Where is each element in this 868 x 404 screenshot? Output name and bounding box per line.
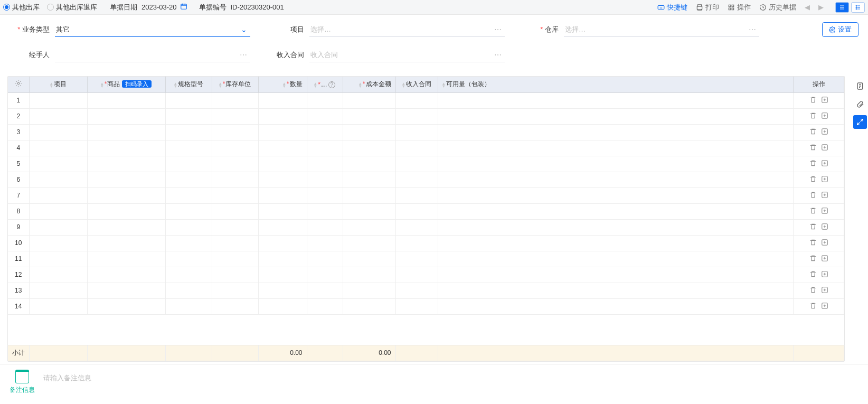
delete-row-icon[interactable]	[809, 114, 817, 121]
delete-row-icon[interactable]	[809, 98, 817, 105]
add-row-icon[interactable]	[821, 193, 828, 200]
notepad-icon	[15, 370, 29, 383]
row-index: 14	[8, 298, 29, 314]
income-contract-field-wrap: 收入合同 ⋯	[264, 48, 505, 62]
row-actions	[794, 235, 844, 251]
view-detail-button[interactable]	[851, 2, 865, 13]
prev-doc-arrow-icon[interactable]: ◀	[805, 3, 810, 11]
add-row-icon[interactable]	[821, 98, 828, 105]
th-qty[interactable]: 数量	[258, 77, 307, 92]
delete-row-icon[interactable]	[809, 177, 817, 184]
add-row-icon[interactable]	[821, 224, 828, 232]
add-row-icon[interactable]	[821, 129, 828, 137]
top-actions: 快捷键 打印 操作 历史单据 ◀ ▶	[657, 2, 865, 13]
next-doc-arrow-icon[interactable]: ▶	[818, 3, 824, 11]
table-row[interactable]: 13	[8, 283, 844, 298]
th-cost[interactable]: 成本金额	[343, 77, 395, 92]
biz-type-input[interactable]	[55, 22, 250, 37]
scan-code-button[interactable]: 扫码录入	[122, 80, 152, 88]
ellipsis-icon[interactable]: ⋯	[494, 25, 502, 34]
table-row[interactable]: 14	[8, 298, 844, 314]
grid-icon	[728, 4, 735, 11]
ellipsis-icon[interactable]: ⋯	[749, 25, 756, 34]
th-spec[interactable]: 规格型号	[165, 77, 212, 92]
delete-row-icon[interactable]	[809, 145, 817, 153]
table-scroll[interactable]: 项目 商品扫码录入 规格型号 库存单位 数量 …? 成本金额 收入合同 可用量（…	[7, 76, 845, 345]
settings-label: 设置	[838, 25, 852, 34]
th-avail[interactable]: 可用量（包装）	[438, 77, 794, 92]
view-toggle	[835, 2, 865, 13]
delete-row-icon[interactable]	[809, 209, 817, 216]
delete-row-icon[interactable]	[809, 161, 817, 168]
project-input[interactable]	[309, 22, 505, 37]
print-action[interactable]: 打印	[696, 3, 719, 12]
table-row[interactable]: 3	[8, 124, 844, 140]
delete-row-icon[interactable]	[809, 288, 817, 295]
delete-row-icon[interactable]	[809, 256, 817, 264]
add-row-icon[interactable]	[821, 304, 828, 311]
history-action[interactable]: 历史单据	[759, 3, 796, 12]
table-row[interactable]: 4	[8, 140, 844, 156]
th-gear[interactable]	[8, 77, 29, 92]
delete-row-icon[interactable]	[809, 129, 817, 137]
rail-expand-icon[interactable]	[853, 115, 867, 129]
add-row-icon[interactable]	[821, 177, 828, 184]
add-row-icon[interactable]	[821, 114, 828, 121]
table-row[interactable]: 1	[8, 92, 844, 108]
calendar-icon[interactable]	[180, 3, 187, 12]
right-rail	[852, 76, 868, 364]
add-row-icon[interactable]	[821, 161, 828, 168]
rail-attach-icon[interactable]	[853, 97, 867, 111]
table-row[interactable]: 11	[8, 251, 844, 267]
help-icon[interactable]: ?	[328, 81, 335, 88]
table-row[interactable]: 9	[8, 219, 844, 235]
remark-input[interactable]	[43, 370, 858, 386]
table-head: 项目 商品扫码录入 规格型号 库存单位 数量 …? 成本金额 收入合同 可用量（…	[8, 77, 844, 92]
row-actions	[794, 108, 844, 124]
add-row-icon[interactable]	[821, 288, 828, 295]
income-contract-input[interactable]	[309, 48, 505, 62]
add-row-icon[interactable]	[821, 145, 828, 153]
delete-row-icon[interactable]	[809, 240, 817, 248]
operate-action[interactable]: 操作	[728, 3, 751, 12]
radio-other-outbound-return[interactable]: 其他出库退库	[47, 3, 97, 12]
delete-row-icon[interactable]	[809, 224, 817, 232]
gear-icon	[829, 26, 836, 33]
svg-rect-3	[732, 5, 734, 7]
chevron-down-icon[interactable]: ⌄	[241, 25, 247, 34]
settings-button[interactable]: 设置	[822, 22, 858, 37]
operator-input[interactable]	[55, 48, 250, 62]
th-income[interactable]: 收入合同	[395, 77, 438, 92]
table-row[interactable]: 5	[8, 156, 844, 172]
th-unit[interactable]: 库存单位	[212, 77, 258, 92]
radio-other-outbound[interactable]: 其他出库	[3, 3, 40, 12]
add-row-icon[interactable]	[821, 256, 828, 264]
delete-row-icon[interactable]	[809, 304, 817, 311]
th-project[interactable]: 项目	[29, 77, 87, 92]
row-index: 8	[8, 203, 29, 219]
table-row[interactable]: 10	[8, 235, 844, 251]
ellipsis-icon[interactable]: ⋯	[240, 51, 247, 59]
doc-date-value[interactable]: 2023-03-20	[141, 3, 177, 11]
row-index: 10	[8, 235, 29, 251]
table-row[interactable]: 12	[8, 267, 844, 283]
svg-point-10	[17, 83, 20, 85]
operator-label: 经手人	[10, 50, 50, 60]
table-row[interactable]: 8	[8, 203, 844, 219]
warehouse-input[interactable]	[564, 22, 759, 37]
ellipsis-icon[interactable]: ⋯	[494, 51, 502, 59]
table-row[interactable]: 2	[8, 108, 844, 124]
add-row-icon[interactable]	[821, 272, 828, 279]
view-list-button[interactable]	[835, 2, 849, 13]
add-row-icon[interactable]	[821, 240, 828, 248]
th-ellipsis[interactable]: …?	[307, 77, 343, 92]
delete-row-icon[interactable]	[809, 193, 817, 200]
delete-row-icon[interactable]	[809, 272, 817, 279]
table-row[interactable]: 6	[8, 172, 844, 187]
shortcut-action[interactable]: 快捷键	[657, 3, 687, 12]
add-row-icon[interactable]	[821, 209, 828, 216]
th-product[interactable]: 商品扫码录入	[87, 77, 165, 92]
table-wrapper: 项目 商品扫码录入 规格型号 库存单位 数量 …? 成本金额 收入合同 可用量（…	[0, 76, 852, 364]
rail-doc-icon[interactable]	[853, 79, 867, 93]
table-row[interactable]: 7	[8, 187, 844, 203]
